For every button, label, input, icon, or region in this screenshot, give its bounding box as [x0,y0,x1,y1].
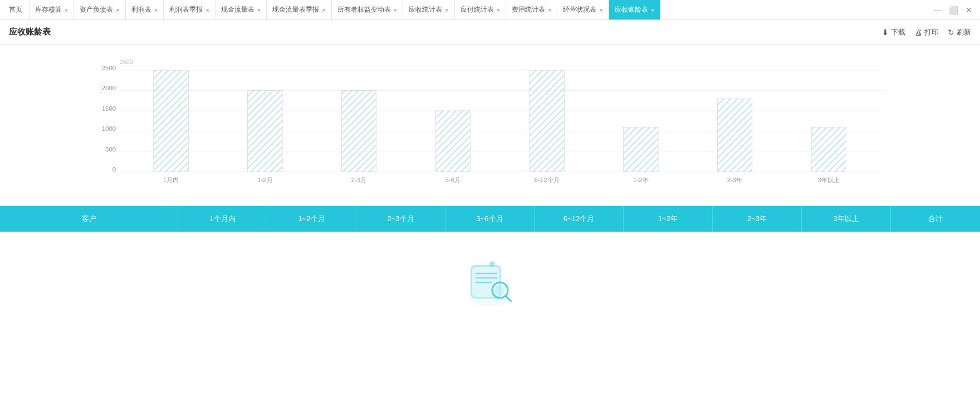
tab-close-balance[interactable]: × [116,7,119,13]
col-6-12month: 6~12个月 [535,206,624,232]
col-3plus-year: 3年以上 [802,206,891,232]
page-title: 应收账龄表 [9,27,51,37]
refresh-button[interactable]: ↻ 刷新 [948,27,971,37]
svg-text:2-3月: 2-3月 [351,177,367,183]
maximize-button[interactable]: ⬜ [947,3,960,17]
tab-inventory[interactable]: 库存核算 × [30,0,74,20]
tab-close-profit-quarter[interactable]: × [205,7,209,13]
print-icon: 🖨 [914,28,922,37]
bar-1-2-month [248,91,283,172]
svg-text:2500: 2500 [120,59,133,65]
svg-text:2500: 2500 [102,65,116,71]
close-window-button[interactable]: ✕ [962,3,976,17]
tab-close-operations[interactable]: × [599,7,602,13]
col-2-3year: 2~3年 [713,206,802,232]
tab-cashflow-quarter[interactable]: 现金流量表季报 × [267,0,331,20]
svg-text:1000: 1000 [102,125,116,132]
svg-text:0: 0 [112,166,116,173]
col-2-3month: 2~3个月 [356,206,445,232]
tab-close-ap-stats[interactable]: × [497,7,500,13]
tab-close-ar-aging[interactable]: × [651,7,654,13]
tab-close-equity[interactable]: × [394,7,397,13]
bar-2-3-month [341,91,376,172]
svg-text:3-6月: 3-6月 [445,177,461,183]
svg-text:1500: 1500 [102,105,116,112]
svg-line-30 [506,296,511,301]
empty-state [0,232,980,332]
svg-text:1-2月: 1-2月 [257,177,273,183]
tab-close-ar-stats[interactable]: × [445,7,448,13]
tab-operations[interactable]: 经营状况表 × [557,0,609,20]
bar-3-6-month [435,111,471,172]
download-button[interactable]: ⬇ 下载 [882,27,905,37]
tab-profit[interactable]: 利润表 × [126,0,164,20]
print-button[interactable]: 🖨 打印 [914,27,939,37]
bar-2-3-year [717,99,752,172]
bar-1-2-year [624,127,659,172]
tab-cashflow[interactable]: 现金流量表 × [215,0,267,20]
tab-ar-aging[interactable]: 应收账龄表 × [609,0,660,20]
tab-profit-quarter[interactable]: 利润表季报 × [164,0,215,20]
bar-6-12-month [530,70,565,172]
empty-icon [457,254,523,310]
bar-1-month [154,70,189,172]
main-content: 0 500 1000 1500 2000 2500 2500 [0,45,980,401]
table-header: 客户 1个月内 1~2个月 2~3个月 3~6个月 6~12个月 1~2年 2~… [0,206,980,232]
tab-bar-actions: — ⬜ ✕ [931,3,978,17]
tab-close-inventory[interactable]: × [65,7,68,13]
tab-ar-stats[interactable]: 应收统计表 × [403,0,454,20]
col-1-2year: 1~2年 [624,206,713,232]
svg-point-29 [495,285,505,295]
chart-area: 0 500 1000 1500 2000 2500 2500 [0,45,980,206]
tab-close-cashflow[interactable]: × [257,7,261,13]
bar-3-plus-year [811,127,846,172]
col-customer: 客户 [0,206,178,232]
col-1-2month: 1~2个月 [267,206,356,232]
tab-close-profit[interactable]: × [154,7,158,13]
svg-text:1-2年: 1-2年 [633,177,649,183]
bar-chart: 0 500 1000 1500 2000 2500 2500 [22,56,958,195]
col-total: 合计 [891,206,980,232]
svg-point-31 [489,261,495,267]
tab-bar: 首页 库存核算 × 资产负债表 × 利润表 × 利润表季报 × 现金流量表 × … [0,0,980,20]
minimize-button[interactable]: — [931,3,944,17]
col-3-6month: 3~6个月 [445,206,535,232]
col-1month: 1个月内 [178,206,267,232]
refresh-icon: ↻ [948,28,954,37]
page-actions: ⬇ 下载 🖨 打印 ↻ 刷新 [882,27,971,37]
svg-text:2000: 2000 [102,85,116,92]
tab-expense-stats[interactable]: 费用统计表 × [506,0,557,20]
page-header: 应收账龄表 ⬇ 下载 🖨 打印 ↻ 刷新 [0,20,980,45]
tab-close-expense-stats[interactable]: × [548,7,551,13]
tab-balance[interactable]: 资产负债表 × [74,0,125,20]
svg-text:1月内: 1月内 [163,177,179,183]
tab-equity[interactable]: 所有者权益变动表 × [332,0,403,20]
download-icon: ⬇ [882,28,889,37]
svg-text:6-12个月: 6-12个月 [535,177,560,183]
svg-text:3年以上: 3年以上 [818,177,840,183]
tab-home[interactable]: 首页 [2,0,30,20]
tab-close-cashflow-quarter[interactable]: × [322,7,325,13]
svg-text:2-3年: 2-3年 [727,177,743,183]
svg-text:500: 500 [105,146,116,153]
tab-ap-stats[interactable]: 应付统计表 × [455,0,506,20]
